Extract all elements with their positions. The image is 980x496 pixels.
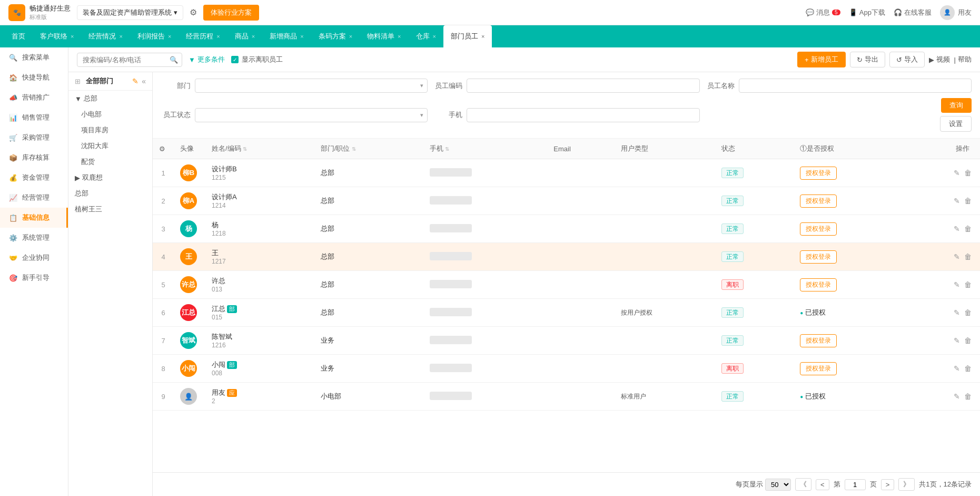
delete-button[interactable]: 🗑 <box>964 392 972 401</box>
messages-button[interactable]: 💬 消息 5 <box>806 8 840 17</box>
tab-商品[interactable]: 商品× <box>227 25 262 47</box>
sidebar-item-基础信息[interactable]: 📋基础信息 <box>0 208 68 228</box>
tab-经营情况[interactable]: 经营情况× <box>81 25 130 47</box>
delete-button[interactable]: 🗑 <box>964 308 972 317</box>
system-name-dropdown[interactable]: 装备及固定资产辅助管理系统 ▾ <box>77 5 183 20</box>
grant-login-button[interactable]: 授权登录 <box>800 250 837 264</box>
tab-客户联络[interactable]: 客户联络× <box>33 25 81 47</box>
dept-node-parent-zongbu[interactable]: ▼ 总部 <box>68 91 152 106</box>
add-employee-button[interactable]: + 新增员工 <box>797 52 846 67</box>
tab-close-icon[interactable]: × <box>433 33 436 40</box>
edit-button[interactable]: ✎ <box>954 336 960 345</box>
dept-node-zhishu[interactable]: 植树王三 <box>68 201 152 217</box>
col-phone[interactable]: 手机 ⇅ <box>423 139 548 159</box>
tab-新增商品[interactable]: 新增商品× <box>262 25 311 47</box>
dept-edit-icon[interactable]: ✎ <box>132 77 138 85</box>
sidebar-item-采购管理[interactable]: 🛒采购管理 <box>0 128 68 148</box>
help-button[interactable]: | 帮助 <box>954 55 972 64</box>
search-input[interactable] <box>77 53 182 67</box>
edit-button[interactable]: ✎ <box>954 364 960 373</box>
edit-button[interactable]: ✎ <box>954 197 960 205</box>
tab-close-icon[interactable]: × <box>349 33 352 40</box>
sidebar-item-销售管理[interactable]: 📊销售管理 <box>0 108 68 128</box>
edit-button[interactable]: ✎ <box>954 280 960 289</box>
sidebar-item-库存核算[interactable]: 📦库存核算 <box>0 148 68 168</box>
edit-button[interactable]: ✎ <box>954 225 960 233</box>
sort-dept-icon[interactable]: ⇅ <box>352 146 356 152</box>
grant-login-button[interactable]: 授权登录 <box>800 167 837 180</box>
dept-node-xiangmu[interactable]: 项目库房 <box>68 122 152 138</box>
tab-经营历程[interactable]: 经营历程× <box>179 25 227 47</box>
phone-input[interactable] <box>467 108 699 122</box>
tab-仓库[interactable]: 仓库× <box>409 25 443 47</box>
import-button[interactable]: ↺ 导入 <box>889 52 925 67</box>
tab-部门员工[interactable]: 部门员工× <box>443 25 492 47</box>
export-button[interactable]: ↻ 导出 <box>850 52 885 67</box>
emp-status-select[interactable] <box>195 108 428 122</box>
tab-首页[interactable]: 首页 <box>4 25 33 47</box>
view-button[interactable]: ▶ 视频 <box>929 55 950 64</box>
current-page-input[interactable] <box>845 479 866 490</box>
sidebar-item-系统管理[interactable]: ⚙️系统管理 <box>0 228 68 248</box>
show-resigned-checkbox[interactable]: ✓ 显示离职员工 <box>231 55 283 64</box>
app-download-button[interactable]: 📱 App下载 <box>849 8 885 17</box>
sidebar-item-营销推广[interactable]: 📣营销推广 <box>0 87 68 108</box>
delete-button[interactable]: 🗑 <box>964 364 972 373</box>
dept-collapse-icon[interactable]: « <box>142 77 146 85</box>
sidebar-item-快捷导航[interactable]: 🏠快捷导航 <box>0 67 68 87</box>
prev-page-button[interactable]: < <box>816 479 829 490</box>
edit-button[interactable]: ✎ <box>954 308 960 317</box>
all-dept-label[interactable]: 全部部门 <box>86 76 129 86</box>
per-page-select[interactable]: 50 <box>765 479 791 491</box>
emp-name-input[interactable] <box>739 79 972 93</box>
sidebar-item-企业协同[interactable]: 🤝企业协同 <box>0 248 68 268</box>
grant-login-button[interactable]: 授权登录 <box>800 362 837 375</box>
first-page-button[interactable]: 《 <box>795 478 811 491</box>
dept-node-shuanglu[interactable]: ▶ 双鹿想 <box>68 170 152 186</box>
grant-login-button[interactable]: 授权登录 <box>800 278 837 291</box>
tab-close-icon[interactable]: × <box>252 33 255 40</box>
grant-login-button[interactable]: 授权登录 <box>800 194 837 208</box>
experience-button[interactable]: 体验行业方案 <box>203 5 259 21</box>
sidebar-item-搜索菜单[interactable]: 🔍搜索菜单 <box>0 47 68 67</box>
dept-node-zongbu2[interactable]: 总部 <box>68 186 152 201</box>
tab-close-icon[interactable]: × <box>398 33 401 40</box>
dept-node-xiaodianbu[interactable]: 小电部 <box>68 106 152 122</box>
tab-条码方案[interactable]: 条码方案× <box>311 25 360 47</box>
settings-button[interactable]: 设置 <box>940 116 972 132</box>
sidebar-item-经营管理[interactable]: 📈经营管理 <box>0 188 68 208</box>
tab-close-icon[interactable]: × <box>300 33 303 40</box>
col-settings[interactable]: ⚙ <box>153 139 174 159</box>
col-name[interactable]: 姓名/编码 ⇅ <box>205 139 314 159</box>
tab-close-icon[interactable]: × <box>168 33 171 40</box>
grant-login-button[interactable]: 授权登录 <box>800 222 837 236</box>
sidebar-item-资金管理[interactable]: 💰资金管理 <box>0 168 68 188</box>
emp-code-input[interactable] <box>467 79 699 93</box>
tab-close-icon[interactable]: × <box>481 33 484 40</box>
last-page-button[interactable]: 》 <box>898 478 915 491</box>
tab-close-icon[interactable]: × <box>71 33 74 40</box>
next-page-button[interactable]: > <box>881 479 895 490</box>
col-dept[interactable]: 部门/职位 ⇅ <box>314 139 423 159</box>
settings-icon[interactable]: ⚙ <box>190 7 197 17</box>
more-conditions-button[interactable]: ▼ 更多条件 <box>189 55 225 64</box>
edit-button[interactable]: ✎ <box>954 392 960 401</box>
search-icon[interactable]: 🔍 <box>170 56 178 64</box>
delete-button[interactable]: 🗑 <box>964 225 972 233</box>
grant-login-button[interactable]: 授权登录 <box>800 334 837 347</box>
delete-button[interactable]: 🗑 <box>964 169 972 177</box>
delete-button[interactable]: 🗑 <box>964 252 972 261</box>
tab-物料清单[interactable]: 物料清单× <box>360 25 408 47</box>
online-service-button[interactable]: 🎧 在线客服 <box>894 8 932 17</box>
edit-button[interactable]: ✎ <box>954 252 960 261</box>
sort-name-icon[interactable]: ⇅ <box>243 146 247 152</box>
dept-select[interactable] <box>195 79 428 93</box>
user-area[interactable]: 👤 用友 <box>940 5 972 20</box>
tab-close-icon[interactable]: × <box>216 33 220 40</box>
query-button[interactable]: 查询 <box>941 98 972 113</box>
dept-node-peihuo[interactable]: 配货 <box>68 154 152 170</box>
delete-button[interactable]: 🗑 <box>964 280 972 289</box>
tab-利润报告[interactable]: 利润报告× <box>130 25 179 47</box>
sort-phone-icon[interactable]: ⇅ <box>445 146 449 152</box>
dept-node-shenyang[interactable]: 沈阳大库 <box>68 138 152 154</box>
